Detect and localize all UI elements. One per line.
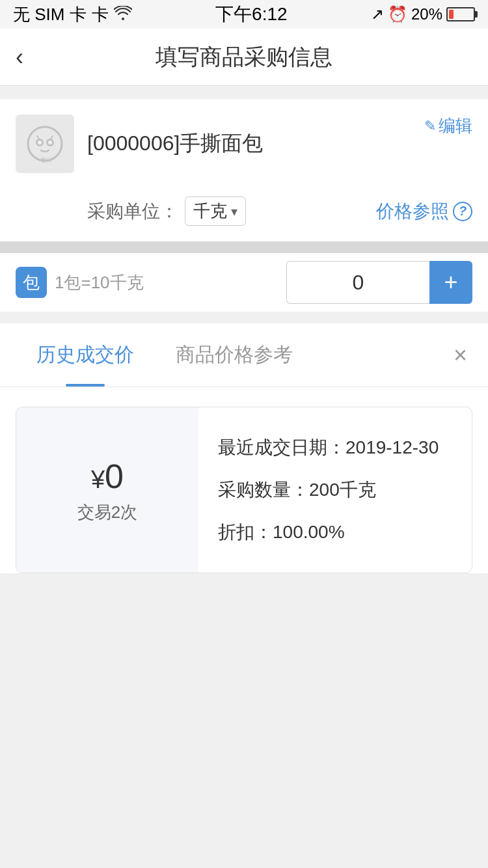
status-right: ↗ ⏰ 20% [371,5,475,23]
unit-conversion: 1包=10千克 [55,271,144,294]
unit-dropdown-arrow: ▾ [231,204,237,219]
tab-items: 历史成交价 商品价格参考 [16,323,314,387]
quantity-row: 包 1包=10千克 + [0,253,488,312]
product-unit-row: 采购单位： 千克 ▾ 价格参照 ? [87,186,472,241]
unit-badge: 包 [16,267,47,298]
unit-info: 包 1包=10千克 [16,267,144,298]
tab-close-button[interactable]: × [448,336,472,374]
qty-label: 采购数量： [218,480,309,500]
gray-divider [0,241,488,253]
product-left: 数计 [0000006]手撕面包 [16,115,263,173]
edit-button[interactable]: ✎ 编辑 [424,115,472,137]
quantity-control: + [286,261,472,304]
status-time: 下午6:12 [215,2,288,27]
tab-price-reference[interactable]: 商品价格参考 [155,323,314,387]
sim-icon: 卡 [92,3,109,26]
history-trades: 交易2次 [77,501,137,524]
history-date: 最近成交日期：2019-12-30 [218,433,452,463]
history-discount: 折扣：100.00% [218,518,452,547]
history-card-right: 最近成交日期：2019-12-30 采购数量：200千克 折扣：100.00% [198,407,472,573]
page-title: 填写商品采购信息 [156,42,332,72]
history-card: ¥0 交易2次 最近成交日期：2019-12-30 采购数量：200千克 折扣：… [16,407,472,573]
location-icon: ↗ [371,5,384,23]
status-bar: 无 SIM 卡 卡 下午6:12 ↗ ⏰ 20% [0,0,488,29]
tab-panel: 历史成交价 商品价格参考 × ¥0 交易2次 最近成交日期：2019-12-30… [0,323,488,573]
price-amount: 0 [105,457,124,495]
svg-point-4 [48,141,52,144]
price-ref-label: 价格参照 [376,199,449,224]
battery-icon [446,7,475,21]
edit-label: 编辑 [439,115,472,137]
tab-history-price[interactable]: 历史成交价 [16,323,155,387]
yen-symbol: ¥ [91,466,105,493]
history-price: ¥0 [91,457,124,496]
tab-history-price-label: 历史成交价 [36,344,134,365]
history-qty: 采购数量：200千克 [218,476,452,505]
tab-header: 历史成交价 商品价格参考 × [0,323,488,387]
svg-point-0 [28,127,62,161]
edit-icon: ✎ [424,118,436,135]
bottom-space [0,593,488,868]
product-name: [0000006]手撕面包 [87,129,263,158]
quantity-input[interactable] [286,261,429,304]
svg-point-3 [38,141,42,144]
unit-select[interactable]: 千克 ▾ [185,197,246,226]
unit-label: 采购单位： [87,199,178,224]
battery-percent: 20% [411,5,442,23]
discount-value: 100.00% [273,522,345,542]
product-card: 数计 [0000006]手撕面包 ✎ 编辑 采购单位： 千克 ▾ 价格参照 ? [0,99,488,241]
quantity-plus-button[interactable]: + [429,261,472,304]
back-button[interactable]: ‹ [16,44,23,71]
price-ref-info-icon: ? [453,202,472,221]
tab-price-reference-label: 商品价格参考 [176,344,293,365]
wifi-icon [114,5,132,25]
qty-value: 200千克 [309,480,376,500]
date-label: 最近成交日期： [218,437,346,457]
carrier-text: 无 SIM 卡 [13,3,87,26]
unit-value: 千克 [193,200,227,223]
svg-text:数计: 数计 [41,157,53,163]
nav-bar: ‹ 填写商品采购信息 [0,29,488,86]
date-value: 2019-12-30 [346,437,439,457]
product-thumbnail: 数计 [16,115,74,173]
history-card-left: ¥0 交易2次 [16,407,198,573]
status-left: 无 SIM 卡 卡 [13,3,132,26]
price-ref-button[interactable]: 价格参照 ? [376,199,472,224]
alarm-icon: ⏰ [388,5,407,23]
discount-label: 折扣： [218,522,273,542]
product-header: 数计 [0000006]手撕面包 ✎ 编辑 [16,115,472,186]
